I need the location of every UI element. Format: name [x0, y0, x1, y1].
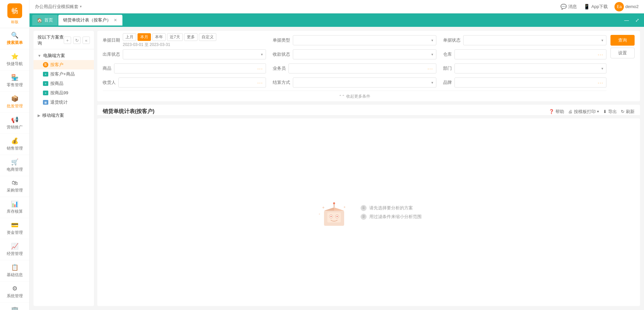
filter-doc-status-cell: 单据状态 ▾	[443, 35, 606, 46]
finance-icon: 💳	[11, 221, 18, 229]
retail-icon: 🏪	[11, 74, 18, 81]
tab-sales-stat[interactable]: 销货单统计表（按客户） ✕	[58, 15, 122, 25]
help-label: 帮助	[555, 109, 564, 115]
scheme-group-desktop-header[interactable]: ▼ 电脑端方案	[34, 51, 94, 60]
date-this-year[interactable]: 本年	[152, 33, 166, 41]
receive-status-input[interactable]: ▾	[293, 49, 436, 59]
doc-type-input[interactable]: ▾	[293, 35, 436, 45]
tab-minimize-btn[interactable]: —	[623, 16, 631, 24]
expand-icon: ⤢	[635, 17, 639, 23]
filter-receiver-cell: 收货人 ···	[103, 77, 266, 88]
sidebar-item-marketing[interactable]: 📢 营销推广	[0, 113, 29, 134]
sidebar-item-retail[interactable]: 🏪 零售管理	[0, 70, 29, 92]
query-button[interactable]: 查询	[610, 35, 635, 46]
svg-rect-3	[327, 212, 341, 222]
warehouse-input[interactable]: ···	[454, 49, 606, 59]
sidebar-item-inventory[interactable]: 📊 库存核算	[0, 197, 29, 218]
date-more[interactable]: 更多	[184, 33, 198, 41]
sidebar-item-operations[interactable]: 📈 经营管理	[0, 239, 29, 260]
scheme-group-mobile: ▶ 移动端方案	[34, 109, 94, 122]
scheme-item-by-goods[interactable]: ≡ 按商品	[34, 79, 94, 88]
brand-input[interactable]: ···	[454, 78, 606, 88]
content-layout: 按以下方案查询 + ↻ « ▼ 电脑端方案 客 按客户 ≡ 按客户	[30, 27, 644, 310]
tab-maximize-btn[interactable]: ⤢	[633, 16, 641, 24]
date-custom[interactable]: 自定义	[199, 33, 216, 41]
svg-text:✦: ✦	[318, 213, 321, 216]
sidebar-item-wholesale[interactable]: 📦 批发管理	[0, 92, 29, 113]
scheme-item-by-customer-goods[interactable]: ≡ 按客户+商品	[34, 69, 94, 79]
message-btn[interactable]: 💬 消息	[560, 4, 577, 10]
brand-label: 品牌	[443, 80, 452, 86]
scheme-group-mobile-header[interactable]: ▶ 移动端方案	[34, 111, 94, 120]
filter-row-2: 出库状态 ▾ 收款状态 ▾ 仓库	[103, 49, 606, 60]
sidebar-item-label: 资金管理	[7, 230, 23, 236]
receiver-input[interactable]: ···	[118, 78, 266, 88]
sidebar: 畅 标版 🔍 搜索菜单 ⭐ 快捷导航 🏪 零售管理 📦 批发管理 📢 营销推广 …	[0, 0, 30, 310]
scheme-item-return-stat[interactable]: ▦ 退货统计	[34, 98, 94, 107]
date-this-month[interactable]: 本月	[138, 33, 151, 41]
more-icon: ···	[598, 80, 603, 85]
sidebar-item-ecommerce[interactable]: 🛒 电商管理	[0, 155, 29, 176]
setting-button[interactable]: 设置	[610, 48, 635, 58]
help-btn[interactable]: ❓ 帮助	[549, 109, 564, 115]
scheme-panel-header: 按以下方案查询 + ↻ «	[34, 31, 94, 49]
user-profile[interactable]: Ea demo2	[614, 2, 639, 11]
tip-text-2: 用过滤条件来缩小分析范围	[369, 214, 422, 220]
settle-input[interactable]: ▾	[293, 78, 436, 88]
sidebar-item-search-menu[interactable]: 🔍 搜索菜单	[0, 28, 29, 49]
collapse-row[interactable]: ⌃⌃ 收起更多条件	[103, 91, 606, 101]
dept-input[interactable]: ▾	[454, 63, 606, 73]
chevron-down-icon: ▾	[261, 52, 263, 57]
out-status-input[interactable]: ▾	[123, 49, 266, 59]
filter-doc-type-cell: 单据类型 ▾	[273, 35, 436, 46]
refresh-scheme-btn[interactable]: ↻	[73, 37, 80, 44]
export-btn[interactable]: ⬇ 导出	[603, 109, 617, 115]
sidebar-item-system[interactable]: ⚙ 系统管理	[0, 281, 29, 303]
scheme-item-by-customer[interactable]: 客 按客户	[34, 60, 94, 69]
filter-out-status-cell: 出库状态 ▾	[103, 49, 266, 60]
refresh-btn[interactable]: ↻ 刷新	[621, 109, 635, 115]
operations-icon: 📈	[11, 243, 18, 250]
more-icon: ···	[257, 66, 263, 71]
tab-close-btn[interactable]: ✕	[113, 17, 118, 23]
company-selector[interactable]: 办公用品行业模拟账套 ▾	[35, 4, 82, 10]
page-header: 销货单统计表(按客户) ❓ 帮助 🖨 按模板打印 ▾ ⬇ 导出	[97, 105, 640, 115]
date-last-7[interactable]: 近7天	[167, 33, 183, 41]
goods-input[interactable]: ···	[114, 63, 266, 73]
empty-svg: ✦ ✦ ✦	[316, 196, 353, 229]
return-scheme-icon: ▦	[43, 100, 48, 105]
scheme-panel-actions: + ↻ «	[64, 37, 90, 44]
filter-salesperson-cell: 业务员 ···	[273, 63, 436, 74]
right-btn-group: 查询 设置	[610, 35, 635, 58]
header-right: 💬 消息 📱 App下载 Ea demo2	[560, 2, 639, 11]
sidebar-item-base-info[interactable]: 📋 基础信息	[0, 260, 29, 281]
svg-point-7	[336, 216, 338, 217]
customer-scheme-icon: 客	[43, 62, 48, 67]
sidebar-item-corp[interactable]: 🏢 企业协同	[0, 303, 29, 310]
collapse-panel-btn[interactable]: «	[83, 37, 90, 44]
salesperson-input[interactable]: ···	[288, 63, 436, 73]
scheme-item-by-goods-99[interactable]: ≡ 按商品99	[34, 88, 94, 98]
sidebar-item-purchase[interactable]: 🛍 采购管理	[0, 176, 29, 197]
print-icon: 🖨	[568, 109, 573, 114]
add-scheme-btn[interactable]: +	[64, 37, 71, 44]
filter-row-1: 单据日期 上月 本月 本年 近7天 更多 自定义	[103, 35, 606, 46]
sidebar-item-finance[interactable]: 💳 资金管理	[0, 218, 29, 239]
tab-home[interactable]: 🏠 首页	[32, 15, 58, 25]
app-download-btn[interactable]: 📱 App下载	[584, 4, 608, 10]
doc-status-input[interactable]: ▾	[463, 35, 606, 45]
triangle-icon: ▼	[38, 54, 41, 58]
date-pills: 上月 本月 本年 近7天 更多 自定义	[123, 33, 216, 41]
right-wrapper: 单据日期 上月 本月 本年 近7天 更多 自定义	[97, 31, 640, 306]
svg-marker-2	[334, 207, 344, 211]
triangle-right-icon: ▶	[38, 113, 40, 118]
scheme-item-label: 按商品	[50, 81, 63, 87]
scheme-item-label: 按客户+商品	[50, 71, 75, 77]
goods99-scheme-icon: ≡	[43, 91, 48, 95]
sidebar-item-quick-nav[interactable]: ⭐ 快捷导航	[0, 49, 29, 70]
scheme-panel-title: 按以下方案查询	[38, 34, 64, 46]
empty-tip-1: ① 请先选择要分析的方案	[361, 205, 422, 211]
print-btn[interactable]: 🖨 按模板打印 ▾	[568, 109, 599, 115]
sidebar-item-sales[interactable]: 💰 销售管理	[0, 134, 29, 155]
date-last-month[interactable]: 上月	[123, 33, 136, 41]
